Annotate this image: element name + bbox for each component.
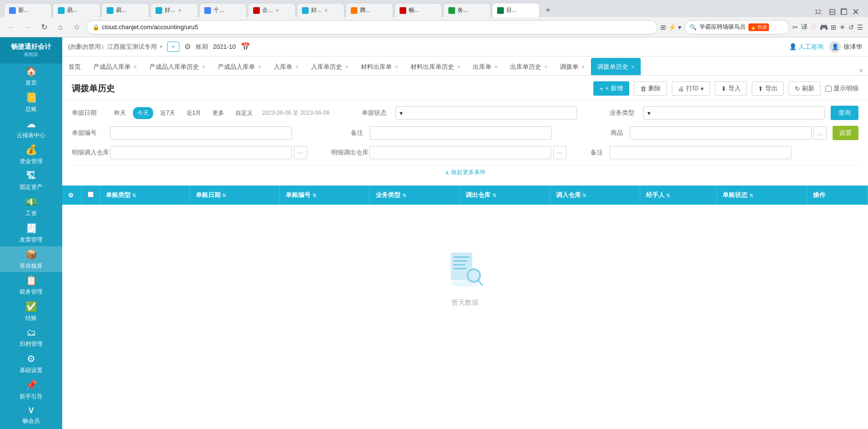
service-button[interactable]: 👤 人工咨询 xyxy=(789,43,823,51)
nav-tab-11-close[interactable]: × xyxy=(631,64,634,70)
th-doc-type[interactable]: 单账类型 ⇅ xyxy=(100,186,189,205)
th-settings[interactable]: ⚙ xyxy=(62,186,81,205)
gift-icon[interactable]: ♡ xyxy=(811,23,817,31)
grid-icon[interactable]: ⊞ xyxy=(660,23,666,31)
new-button[interactable]: + + 新增 xyxy=(593,81,629,96)
browser-tab-8[interactable]: 腾... xyxy=(345,3,393,17)
sidebar-item-invoice[interactable]: 🧾 发票管理 xyxy=(0,220,62,246)
doc-number-input[interactable] xyxy=(110,126,292,140)
browser-tab-3[interactable]: 易... xyxy=(101,3,149,17)
restore-icon[interactable]: ⧠ xyxy=(840,7,848,17)
date-btn-1month[interactable]: 近1月 xyxy=(182,107,206,119)
nav-tab-5[interactable]: 入库单历史 × xyxy=(305,58,355,75)
import-button[interactable]: ⬇ 导入 xyxy=(715,81,747,96)
th-checkbox[interactable] xyxy=(81,186,100,205)
date-btn-more[interactable]: 更多 xyxy=(208,107,228,119)
browser-tab-9[interactable]: 畅... xyxy=(394,3,442,17)
in-warehouse-ellipsis-button[interactable]: ··· xyxy=(294,146,307,159)
sidebar-item-cloud-report[interactable]: ☁ 云报表中心 xyxy=(0,116,62,142)
select-all-checkbox[interactable] xyxy=(88,191,94,198)
remark-input[interactable] xyxy=(370,126,552,140)
nav-tab-5-close[interactable]: × xyxy=(345,64,348,70)
sidebar-item-settings[interactable]: ⚙ 基础设置 xyxy=(0,351,62,377)
out-warehouse-ellipsis-button[interactable]: ··· xyxy=(553,146,567,159)
scissors-icon[interactable]: ✂ xyxy=(792,23,798,31)
nav-tab-11[interactable]: 调拨单历史 × xyxy=(591,58,641,75)
sidebar-item-tax[interactable]: 📋 税务管理 xyxy=(0,272,62,298)
tab-close-4[interactable]: × xyxy=(178,7,181,14)
query-button[interactable]: 查询 xyxy=(831,106,858,120)
game-icon[interactable]: 🎮 xyxy=(820,23,828,31)
nav-tab-home[interactable]: 首页 xyxy=(62,58,87,75)
th-business-type[interactable]: 业务类型 ⇅ xyxy=(370,186,460,205)
show-detail-toggle[interactable]: 显示明细 xyxy=(825,84,858,93)
sidebar-item-home[interactable]: 🏠 首页 xyxy=(0,64,62,90)
window-icon[interactable]: ⊟ xyxy=(829,7,836,17)
th-doc-number[interactable]: 单账编号 ⇅ xyxy=(279,186,369,205)
url-bar[interactable]: 🔒 cloud.chanjet.com/accounting/uru5 xyxy=(86,20,657,34)
show-detail-checkbox[interactable] xyxy=(825,86,832,92)
tab-close-6[interactable]: × xyxy=(276,7,279,14)
settings-button[interactable]: 设置 xyxy=(833,126,858,140)
nav-tab-1[interactable]: 产成品入库单 × xyxy=(87,58,143,75)
browser-search-bar[interactable]: 🔍 学霸应聘场驱鸟员 🔥 热搜 xyxy=(684,20,790,34)
menu-icon[interactable]: ☰ xyxy=(857,23,863,31)
lightning-icon[interactable]: ⚡ xyxy=(668,23,676,31)
business-type-select[interactable]: ▾ xyxy=(643,106,825,120)
sidebar-item-payroll[interactable]: 💵 工资 xyxy=(0,194,62,220)
delete-button[interactable]: 🗑 删除 xyxy=(634,81,667,96)
th-status[interactable]: 单账状态 ⇅ xyxy=(717,186,807,205)
browser-tab-11[interactable]: 目... xyxy=(492,3,540,17)
nav-tab-2[interactable]: 产成品入库单历史 × xyxy=(143,58,211,75)
grid2-icon[interactable]: ⊞ xyxy=(831,23,836,31)
browser-tab-1[interactable]: 新... xyxy=(4,3,52,17)
th-doc-date[interactable]: 单账日期 ⇅ xyxy=(189,186,279,205)
date-btn-7days[interactable]: 近7天 xyxy=(156,107,179,119)
th-in-warehouse[interactable]: 调入仓库 ⇅ xyxy=(550,186,640,205)
add-company-button[interactable]: + xyxy=(167,42,179,52)
date-btn-yesterday[interactable]: 昨天 xyxy=(110,107,130,119)
forward-button[interactable]: → xyxy=(21,21,34,34)
goods-ellipsis-button[interactable]: ... xyxy=(813,126,827,140)
browser-tab-4[interactable]: 好... × xyxy=(150,3,198,17)
out-warehouse-input[interactable] xyxy=(369,146,551,159)
nav-tabs-close-button[interactable]: × xyxy=(859,66,868,75)
in-warehouse-input[interactable] xyxy=(110,146,292,159)
sidebar-item-close[interactable]: ✅ 结账 xyxy=(0,298,62,325)
tab-close-7[interactable]: × xyxy=(324,7,328,14)
nav-tab-6-close[interactable]: × xyxy=(395,64,398,70)
goods-input[interactable] xyxy=(630,126,812,140)
nav-tab-3-close[interactable]: × xyxy=(258,64,261,70)
collapse-bar[interactable]: ∧ 收起更多条件 xyxy=(72,165,858,179)
new-tab-button[interactable]: + xyxy=(541,3,555,17)
browser-tab-6[interactable]: 企... × xyxy=(248,3,296,17)
nav-tab-4-close[interactable]: × xyxy=(295,64,299,70)
sidebar-item-fund[interactable]: 💰 资金管理 xyxy=(0,142,62,168)
status-filter-select[interactable]: ▾ xyxy=(395,106,577,120)
refresh-button[interactable]: ↻ 刷新 xyxy=(789,81,821,96)
sidebar-logo[interactable]: 畅捷通好会计 旗舰版 xyxy=(0,37,62,64)
undo-icon[interactable]: ↺ xyxy=(848,23,854,31)
date-btn-today[interactable]: 今天 xyxy=(133,107,153,119)
export-button[interactable]: ⬆ 导出 xyxy=(752,81,784,96)
nav-tab-3[interactable]: 产成品入库单 × xyxy=(211,58,267,75)
reload-button[interactable]: ↻ xyxy=(37,21,51,34)
th-out-warehouse[interactable]: 调出仓库 ⇅ xyxy=(460,186,550,205)
back-button[interactable]: ← xyxy=(5,21,18,34)
browser-tab-10[interactable]: 各... xyxy=(443,3,491,17)
sun-icon[interactable]: ☀ xyxy=(839,23,846,31)
chevron-down-icon[interactable]: ▾ xyxy=(678,23,681,31)
browser-tab-5[interactable]: 个... xyxy=(199,3,247,17)
remark2-input[interactable] xyxy=(610,146,791,159)
nav-tab-4[interactable]: 入库单 × xyxy=(267,58,305,75)
sidebar-item-general-ledger[interactable]: 📒 总账 xyxy=(0,89,62,116)
nav-tab-10[interactable]: 调拨单 × xyxy=(554,58,591,75)
th-handler[interactable]: 经手人 ⇅ xyxy=(640,186,717,205)
browser-tab-2[interactable]: 易... xyxy=(53,3,100,17)
user-info[interactable]: 👤 徐泽华 xyxy=(829,41,862,53)
sidebar-item-member[interactable]: V 畅会员 xyxy=(0,403,62,429)
home-button[interactable]: ⌂ xyxy=(54,21,67,34)
nav-tab-8-close[interactable]: × xyxy=(494,64,498,70)
company-selector[interactable]: (勿删勿禁用）江西服宝测试专用 ▾ xyxy=(68,43,162,51)
sidebar-item-archive[interactable]: 🗂 归档管理 xyxy=(0,325,62,351)
